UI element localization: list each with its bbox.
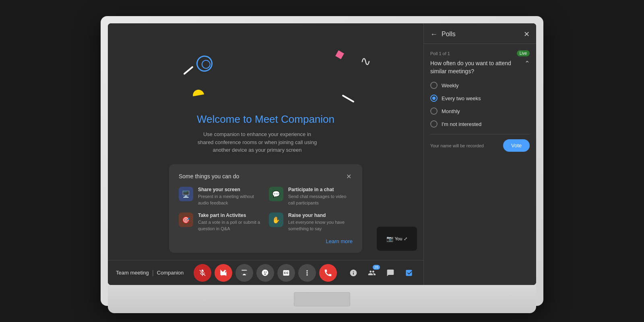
mic-mute-button[interactable] <box>194 264 211 282</box>
meeting-separator: | <box>152 269 154 277</box>
poll-footer-note: Your name will be recorded <box>430 143 484 148</box>
people-button[interactable]: 25 <box>365 266 378 279</box>
info-card-header: Some things you can do ✕ <box>179 172 353 180</box>
chat-desc: Send chat messages to video call partici… <box>288 194 353 206</box>
chat-text: Participate in a chat Send chat messages… <box>288 187 353 206</box>
radio-not-interested[interactable] <box>430 120 438 128</box>
info-card-close-button[interactable]: ✕ <box>345 172 353 180</box>
deco-yellow-semi <box>192 89 204 97</box>
chat-title: Participate in a chat <box>288 187 353 192</box>
captions-button[interactable] <box>277 264 295 282</box>
share-screen-desc: Present in a meeting without audio feedb… <box>198 194 262 206</box>
deco-pink-rect <box>335 50 344 59</box>
info-card-grid: 🖥️ Share your screen Present in a meetin… <box>179 187 353 232</box>
deco-circle <box>194 53 215 74</box>
activities-title: Take part in Activites <box>198 213 262 218</box>
info-item-raise-hand: ✋ Raise your hand Let everyone know you … <box>269 213 353 232</box>
deco-squiggle: ∿ <box>360 54 371 69</box>
poll-question: How often do you want to attend similar … <box>430 60 521 75</box>
info-card-footer: Learn more <box>179 237 353 245</box>
raise-hand-text: Raise your hand Let everyone know you ha… <box>288 213 353 232</box>
laptop-trackpad[interactable] <box>294 292 350 306</box>
poll-question-row: How often do you want to attend similar … <box>430 60 530 75</box>
polls-panel: ← Polls ✕ Poll 1 of 1 Live How often do … <box>423 23 536 285</box>
polls-body: Poll 1 of 1 Live How often do you want t… <box>424 44 536 285</box>
share-screen-icon: 🖥️ <box>179 187 193 201</box>
share-screen-text: Share your screen Present in a meeting w… <box>198 187 262 206</box>
meeting-info: Team meeting | Companion <box>116 269 184 277</box>
poll-options: Weekly Every two weeks Monthly I'm <box>430 82 530 128</box>
option-label-not-interested: I'm not interested <box>442 121 481 127</box>
deco-white-line1 <box>183 66 194 75</box>
learn-more-link[interactable]: Learn more <box>326 238 353 244</box>
radio-monthly[interactable] <box>430 107 438 115</box>
polls-header-left: ← Polls <box>430 30 456 39</box>
present-button[interactable] <box>235 264 253 282</box>
chat-icon: 💬 <box>269 187 283 201</box>
poll-meta: Poll 1 of 1 Live <box>430 50 530 56</box>
radio-every-two-weeks[interactable] <box>430 95 438 102</box>
info-button[interactable] <box>347 266 360 279</box>
poll-option-every-two-weeks[interactable]: Every two weeks <box>430 95 530 102</box>
camera-off-button[interactable] <box>215 264 232 282</box>
welcome-title: Welcome to Meet Companion <box>197 113 334 126</box>
laptop-shell: ∿ Welcome to Meet Companion Use companio… <box>101 16 543 306</box>
raise-hand-icon: ✋ <box>269 213 283 227</box>
camera-off-icon: 📷 <box>386 235 393 242</box>
polls-close-button[interactable]: ✕ <box>524 30 530 39</box>
poll-option-monthly[interactable]: Monthly <box>430 107 530 115</box>
activities-button[interactable] <box>402 266 415 279</box>
raise-hand-desc: Let everyone know you have something to … <box>288 219 353 232</box>
poll-option-not-interested[interactable]: I'm not interested <box>430 120 530 128</box>
option-label-weekly: Weekly <box>442 83 458 89</box>
info-item-share-screen: 🖥️ Share your screen Present in a meetin… <box>179 187 262 206</box>
option-label-monthly: Monthly <box>442 108 460 114</box>
polls-back-button[interactable]: ← <box>430 30 438 39</box>
activities-desc: Cast a vote in a poll or submit a questi… <box>198 219 262 232</box>
self-view-label: You <box>395 236 402 241</box>
polls-title: Polls <box>442 31 456 38</box>
controls-right: 25 <box>347 266 415 279</box>
self-view: 📷 You ⤢ <box>377 227 417 251</box>
meeting-name: Team meeting <box>116 270 149 276</box>
self-view-expand-button[interactable]: ⤢ <box>404 236 407 242</box>
screen: ∿ Welcome to Meet Companion Use companio… <box>108 23 536 285</box>
end-call-button[interactable] <box>319 264 337 282</box>
info-item-activities: 🎯 Take part in Activites Cast a vote in … <box>179 213 262 232</box>
activities-text: Take part in Activites Cast a vote in a … <box>198 213 262 232</box>
raise-hand-title: Raise your hand <box>288 213 353 218</box>
screen-bezel: ∿ Welcome to Meet Companion Use companio… <box>108 23 536 285</box>
option-label-every-two-weeks: Every two weeks <box>442 95 481 101</box>
companion-label: Companion <box>157 270 184 276</box>
radio-weekly[interactable] <box>430 82 438 89</box>
main-area: ∿ Welcome to Meet Companion Use companio… <box>108 23 423 285</box>
activities-icon: 🎯 <box>179 213 193 227</box>
welcome-subtitle: Use companion to enhance your experience… <box>197 130 318 154</box>
more-button[interactable] <box>298 264 316 282</box>
deco-white-line2 <box>342 95 354 103</box>
poll-collapse-button[interactable]: ⌃ <box>524 60 530 67</box>
poll-footer: Your name will be recorded Vote <box>430 134 530 152</box>
laptop-base <box>108 285 536 313</box>
live-badge: Live <box>517 50 530 56</box>
polls-header: ← Polls ✕ <box>424 23 536 44</box>
bottom-bar: Team meeting | Companion <box>108 260 423 285</box>
reactions-button[interactable] <box>256 264 274 282</box>
chat-button[interactable] <box>384 266 397 279</box>
info-item-chat: 💬 Participate in a chat Send chat messag… <box>269 187 353 206</box>
share-screen-title: Share your screen <box>198 187 262 192</box>
info-card-title: Some things you can do <box>179 173 239 180</box>
poll-number: Poll 1 of 1 <box>430 51 450 56</box>
controls-center <box>194 264 337 282</box>
poll-option-weekly[interactable]: Weekly <box>430 82 530 89</box>
info-card: Some things you can do ✕ 🖥️ Share your s… <box>169 164 362 253</box>
people-badge: 25 <box>373 265 380 270</box>
vote-button[interactable]: Vote <box>503 139 530 152</box>
